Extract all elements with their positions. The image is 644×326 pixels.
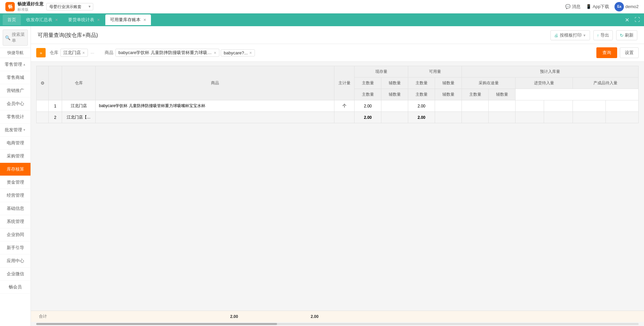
wholesale-arrow-icon: ▼ xyxy=(23,128,26,132)
sidebar-item-member[interactable]: 会员中心 xyxy=(0,97,31,110)
product-tag-2-close[interactable]: ✕ xyxy=(249,51,252,55)
tab-home-label: 首页 xyxy=(7,17,16,23)
filter-product-group: 商品 babycare学饮杯 儿童防摔防撞吸管杯重力球吸嘴杯宝宝水杯 ✕ bab… xyxy=(105,49,255,57)
tab-inventory-close[interactable]: ✕ xyxy=(143,18,146,22)
cell-inc-main-1 xyxy=(516,100,544,112)
sidebar-item-operations-label: 经营管理 xyxy=(7,193,24,198)
cell-prod-aux-1 xyxy=(605,100,638,112)
tab-income[interactable]: 收发存汇总表 ✕ xyxy=(21,14,63,25)
tab-order-label: 要货单统计表 xyxy=(68,17,94,23)
tab-home[interactable]: 首页 xyxy=(3,14,21,25)
sidebar-item-collab[interactable]: 企业协同 xyxy=(0,228,31,241)
sidebar: 🔍 搜索菜单 快捷导航 零售管理 ▲ 零售商城 营销推广 会员中心 零售统计 批… xyxy=(0,26,31,326)
cell-product-1: babycare学饮杯 儿童防摔防撞吸管杯重力球吸嘴杯宝宝水杯 xyxy=(96,100,334,112)
cell-settings-2 xyxy=(37,112,49,123)
th-unit: 主计量 xyxy=(334,66,355,100)
cell-prod-aux-2 xyxy=(605,112,638,123)
product-tag-2[interactable]: babycare?... ✕ xyxy=(221,49,255,56)
th-current-main: 主数量 xyxy=(355,78,381,89)
sidebar-item-wholesale-mgmt[interactable]: 批发管理 ▼ xyxy=(0,124,31,137)
cell-unit-2 xyxy=(334,112,355,123)
th-avail-aux: 辅数量 xyxy=(435,78,462,89)
sidebar-item-wechat-work[interactable]: 企业微信 xyxy=(0,268,31,281)
sidebar-item-guide[interactable]: 新手引导 xyxy=(0,241,31,254)
warehouse-tag-1-close[interactable]: ✕ xyxy=(82,51,85,55)
sidebar-item-purchase-label: 采购管理 xyxy=(7,153,24,158)
industry-select[interactable]: 母婴行业演示账套 xyxy=(46,3,93,10)
th-prod-aux: 辅数量 xyxy=(489,89,516,100)
warehouse-tag-1-text: 江北门店 xyxy=(63,50,81,56)
tab-order[interactable]: 要货单统计表 ✕ xyxy=(63,14,105,25)
th-settings[interactable]: ⚙ xyxy=(37,66,49,100)
top-bar-left: 畅 畅捷通好生意 标准版 母婴行业演示账套 ▼ xyxy=(5,1,93,12)
th-available-group: 可用量 xyxy=(408,66,462,78)
app-info: 畅捷通好生意 标准版 xyxy=(17,1,44,12)
cell-inc-aux-1 xyxy=(544,100,573,112)
tab-order-close[interactable]: ✕ xyxy=(97,18,100,22)
th-warehouse: 仓库 xyxy=(62,66,96,100)
sidebar-search-section: 🔍 搜索菜单 xyxy=(0,26,31,48)
filter-expand-btn[interactable]: » xyxy=(36,48,46,57)
app-subtitle: 标准版 xyxy=(17,7,44,12)
refresh-btn[interactable]: ↻ 刷新 xyxy=(616,30,637,40)
sidebar-item-app-center[interactable]: 应用中心 xyxy=(0,254,31,268)
tab-inventory[interactable]: 可用量库存账本 ✕ xyxy=(105,14,151,25)
scrollbar-area xyxy=(31,322,644,326)
sidebar-search-btn[interactable]: 🔍 搜索菜单 xyxy=(3,30,28,46)
sidebar-item-inventory-check[interactable]: 库存核算 xyxy=(0,163,31,176)
sidebar-item-ecommerce[interactable]: 电商管理 xyxy=(0,137,31,150)
export-btn[interactable]: ↑ 导出 xyxy=(593,30,613,40)
settings-btn[interactable]: 设置 xyxy=(620,47,639,58)
sidebar-item-membership[interactable]: 畅会员 xyxy=(0,281,31,294)
th-procurement-group: 采购在途量 xyxy=(462,78,516,89)
sidebar-item-purchase[interactable]: 采购管理 xyxy=(0,150,31,163)
industry-select-wrapper[interactable]: 母婴行业演示账套 ▼ xyxy=(46,3,93,10)
top-bar-right: 💬 消息 📱 App下载 Ea demo2 xyxy=(565,2,639,11)
sidebar-item-inventory-label: 库存核算 xyxy=(7,167,24,172)
print-arrow-icon: ▼ xyxy=(583,34,586,37)
avatar: Ea xyxy=(614,2,624,11)
sidebar-quick-nav[interactable]: 快捷导航 xyxy=(0,48,31,58)
cell-warehouse-1: 江北门店 xyxy=(62,100,96,112)
th-production-group: 产成品待入量 xyxy=(573,78,638,89)
product-tag-1-text: babycare学饮杯 儿童防摔防撞吸管杯重力球吸嘴杯宝宝水杯 xyxy=(118,50,212,56)
settings-col-icon: ⚙ xyxy=(41,81,45,86)
sidebar-item-system[interactable]: 系统管理 xyxy=(0,215,31,228)
download-btn[interactable]: 📱 App下载 xyxy=(586,4,609,10)
user-avatar-btn[interactable]: Ea demo2 xyxy=(614,2,639,11)
print-btn[interactable]: 🖨 按模板打印 ▼ xyxy=(550,30,590,40)
product-tag-2-text: babycare?... xyxy=(224,50,248,55)
warehouse-more-btn[interactable]: ··· xyxy=(89,50,96,55)
sidebar-item-finance[interactable]: 资金管理 xyxy=(0,176,31,189)
nav-close-btn[interactable]: ✕ xyxy=(624,16,631,24)
th-current-stock-group: 现存量 xyxy=(355,66,408,78)
warehouse-tag-1[interactable]: 江北门店 ✕ xyxy=(60,49,88,57)
refresh-label: 刷新 xyxy=(625,32,634,38)
scrollbar-thumb[interactable] xyxy=(36,323,277,325)
message-icon: 💬 xyxy=(565,4,571,9)
top-bar: 畅 畅捷通好生意 标准版 母婴行业演示账套 ▼ 💬 消息 📱 App下载 Ea … xyxy=(0,0,644,13)
message-btn[interactable]: 💬 消息 xyxy=(565,4,581,10)
cell-curr-main-1: 2.00 xyxy=(355,100,381,112)
sidebar-item-retail-mall[interactable]: 零售商城 xyxy=(0,71,31,84)
th-no xyxy=(49,66,62,100)
tab-income-close[interactable]: ✕ xyxy=(55,18,58,22)
cell-curr-aux-1 xyxy=(381,100,408,112)
nav-expand-btn[interactable]: ⛶ xyxy=(633,16,641,24)
scrollbar-track[interactable] xyxy=(36,323,639,325)
sidebar-item-operations[interactable]: 经营管理 xyxy=(0,189,31,202)
product-tag-1-close[interactable]: ✕ xyxy=(214,51,216,55)
sidebar-item-retail-stats[interactable]: 零售统计 xyxy=(0,110,31,124)
query-btn[interactable]: 查询 xyxy=(596,47,617,58)
cell-unit-1: 个 xyxy=(334,100,355,112)
sidebar-item-basic-info[interactable]: 基础信息 xyxy=(0,202,31,215)
main-layout: 🔍 搜索菜单 快捷导航 零售管理 ▲ 零售商城 营销推广 会员中心 零售统计 批… xyxy=(0,26,644,326)
product-tag-1[interactable]: babycare学饮杯 儿童防摔防撞吸管杯重力球吸嘴杯宝宝水杯 ✕ xyxy=(115,49,219,57)
sidebar-item-retail-mgmt-label: 零售管理 xyxy=(5,61,22,67)
nav-actions: ✕ ⛶ xyxy=(624,16,641,24)
cell-no-1: 1 xyxy=(49,100,62,112)
table-row: 1 江北门店 babycare学饮杯 儿童防摔防撞吸管杯重力球吸嘴杯宝宝水杯 个… xyxy=(37,100,639,112)
sidebar-item-marketing[interactable]: 营销推广 xyxy=(0,84,31,97)
sidebar-item-retail-mgmt[interactable]: 零售管理 ▲ xyxy=(0,58,31,71)
sidebar-item-retail-stats-label: 零售统计 xyxy=(7,114,24,119)
